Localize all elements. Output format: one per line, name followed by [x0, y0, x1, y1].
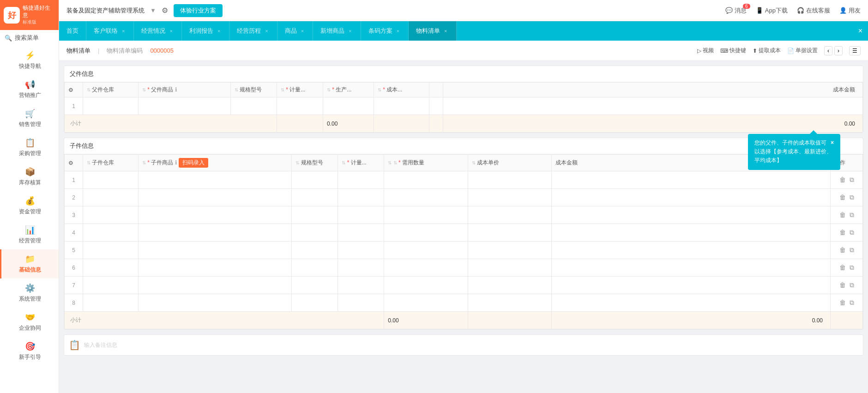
child-cell-warehouse-1[interactable] — [83, 171, 139, 189]
copy-icon-6[interactable]: ⧉ — [850, 264, 854, 272]
child-cell-product-5[interactable] — [139, 242, 292, 259]
delete-icon-8[interactable]: 🗑 — [839, 299, 846, 307]
tab-history[interactable]: 经营历程 × — [229, 21, 277, 41]
online-service-button[interactable]: 🎧 在线客服 — [797, 6, 830, 15]
sidebar-item-business[interactable]: 📊 经营管理 — [0, 220, 59, 249]
trial-button[interactable]: 体验行业方案 — [174, 4, 223, 17]
view-action[interactable]: ▷ 视频 — [697, 47, 714, 54]
child-cell-need-qty-1[interactable] — [384, 171, 468, 189]
tab-bom-close[interactable]: × — [443, 27, 448, 35]
delete-icon-6[interactable]: 🗑 — [839, 264, 846, 272]
child-cell-product-7[interactable] — [139, 277, 292, 294]
child-cell-spec-3[interactable] — [292, 206, 338, 224]
child-cell-need-qty-6[interactable] — [384, 259, 468, 277]
child-cell-product-6[interactable] — [139, 259, 292, 277]
parent-th-cost[interactable]: ⇅ * 成本... — [374, 83, 429, 97]
prev-button[interactable]: ‹ — [824, 46, 832, 55]
child-cell-qty-3[interactable] — [338, 206, 384, 224]
copy-icon-3[interactable]: ⧉ — [850, 211, 854, 219]
child-th-spec[interactable]: ⇅ 规格型号 — [292, 155, 338, 171]
child-th-product[interactable]: ⇅ * 子件商品 ℹ 扫码录入 — [139, 155, 292, 171]
child-cell-need-qty-2[interactable] — [384, 189, 468, 206]
tab-bom[interactable]: 物料清单 × — [409, 21, 456, 41]
child-th-qty[interactable]: ⇅ * 计量... — [338, 155, 384, 171]
child-cell-qty-8[interactable] — [338, 294, 384, 312]
copy-icon-8[interactable]: ⧉ — [850, 299, 854, 307]
sidebar-item-guide[interactable]: 🎯 新手引导 — [0, 337, 59, 366]
sidebar-item-inventory[interactable]: 📦 库存核算 — [0, 162, 59, 191]
child-th-settings[interactable]: ⚙ — [65, 155, 83, 171]
child-cell-spec-1[interactable] — [292, 171, 338, 189]
child-cell-need-qty-4[interactable] — [384, 224, 468, 242]
tab-operations[interactable]: 经营情况 × — [134, 21, 181, 41]
child-cell-unit-cost-4[interactable] — [468, 224, 551, 242]
sidebar-search[interactable]: 🔍 搜索菜单 — [0, 30, 59, 46]
parent-th-qty[interactable]: ⇅ * 计量... — [277, 83, 323, 97]
child-cell-qty-4[interactable] — [338, 224, 384, 242]
dropdown-arrow[interactable]: ▼ — [150, 7, 156, 14]
child-cell-warehouse-8[interactable] — [83, 294, 139, 312]
tab-profit[interactable]: 利润报告 × — [182, 21, 229, 41]
sidebar-item-quick-nav[interactable]: ⚡ 快捷导航 — [0, 46, 59, 75]
sidebar-item-marketing[interactable]: 📢 营销推广 — [0, 75, 59, 104]
child-th-need-qty[interactable]: ⇅ ⇅ * 需用数量 — [384, 155, 468, 171]
child-cell-spec-8[interactable] — [292, 294, 338, 312]
app-download-button[interactable]: 📱 App下载 — [756, 6, 788, 15]
sidebar-item-system[interactable]: ⚙️ 系统管理 — [0, 278, 59, 308]
tab-new-goods-close[interactable]: × — [347, 27, 353, 35]
extract-cost-action[interactable]: ⬆ 提取成本 — [753, 47, 781, 54]
sidebar-item-purchase[interactable]: 📋 采购管理 — [0, 133, 59, 162]
copy-icon-4[interactable]: ⧉ — [850, 229, 854, 236]
close-all-tabs[interactable]: × — [853, 27, 868, 35]
single-settings-action[interactable]: 📄 单据设置 — [787, 47, 818, 54]
tab-barcode[interactable]: 条码方案 × — [361, 21, 409, 41]
tab-goods[interactable]: 商品 × — [277, 21, 313, 41]
sidebar-item-enterprise[interactable]: 🤝 企业协同 — [0, 308, 59, 337]
child-cell-spec-2[interactable] — [292, 189, 338, 206]
message-button[interactable]: 💬 消息 6 — [725, 6, 747, 15]
delete-icon-4[interactable]: 🗑 — [839, 229, 846, 236]
copy-icon-7[interactable]: ⧉ — [850, 281, 854, 289]
child-cell-unit-cost-3[interactable] — [468, 206, 551, 224]
user-button[interactable]: 👤 用友 — [839, 6, 861, 15]
tab-profit-close[interactable]: × — [216, 27, 222, 35]
parent-th-product[interactable]: ⇅ * 父件商品 ℹ — [139, 83, 231, 97]
child-cell-need-qty-8[interactable] — [384, 294, 468, 312]
copy-icon-1[interactable]: ⧉ — [850, 176, 854, 184]
tab-home[interactable]: 首页 — [59, 21, 86, 41]
delete-icon-1[interactable]: 🗑 — [839, 176, 846, 184]
child-cell-qty-6[interactable] — [338, 259, 384, 277]
child-cell-product-1[interactable] — [139, 171, 292, 189]
child-cell-unit-cost-5[interactable] — [468, 242, 551, 259]
parent-th-prod[interactable]: ⇅ * 生产... — [323, 83, 374, 97]
shortcut-action[interactable]: ⌨ 快捷键 — [720, 47, 746, 54]
child-cell-warehouse-4[interactable] — [83, 224, 139, 242]
child-cell-spec-4[interactable] — [292, 224, 338, 242]
scan-input-button[interactable]: 扫码录入 — [179, 158, 208, 168]
child-cell-warehouse-2[interactable] — [83, 189, 139, 206]
child-cell-product-3[interactable] — [139, 206, 292, 224]
tooltip-close-button[interactable]: × — [831, 139, 834, 147]
child-cell-unit-cost-2[interactable] — [468, 189, 551, 206]
tab-operations-close[interactable]: × — [168, 27, 174, 35]
sidebar-logo[interactable]: 好 畅捷通好生意 标准版 — [0, 0, 59, 30]
tab-barcode-close[interactable]: × — [395, 27, 401, 35]
child-cell-warehouse-3[interactable] — [83, 206, 139, 224]
sidebar-item-basic-info[interactable]: 📁 基础信息 — [0, 249, 59, 278]
child-th-unit-cost[interactable]: ⇅ 成本单价 — [468, 155, 551, 171]
parent-th-settings[interactable]: ⚙ — [65, 83, 83, 97]
tab-goods-close[interactable]: × — [300, 27, 305, 35]
child-cell-unit-cost-6[interactable] — [468, 259, 551, 277]
child-th-warehouse[interactable]: ⇅ 子件仓库 — [83, 155, 139, 171]
delete-icon-2[interactable]: 🗑 — [839, 193, 846, 201]
child-cell-product-2[interactable] — [139, 189, 292, 206]
child-cell-unit-cost-7[interactable] — [468, 277, 551, 294]
child-cell-spec-7[interactable] — [292, 277, 338, 294]
parent-cell-cost-1[interactable] — [374, 97, 429, 115]
child-cell-spec-6[interactable] — [292, 259, 338, 277]
delete-icon-3[interactable]: 🗑 — [839, 211, 846, 219]
copy-icon-2[interactable]: ⧉ — [850, 193, 854, 201]
child-cell-qty-1[interactable] — [338, 171, 384, 189]
child-cell-need-qty-5[interactable] — [384, 242, 468, 259]
child-cell-warehouse-6[interactable] — [83, 259, 139, 277]
